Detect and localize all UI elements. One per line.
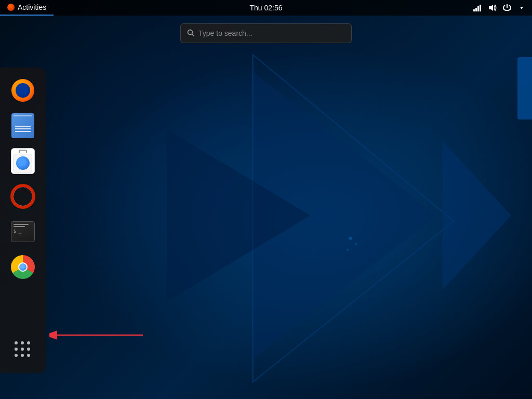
- topbar-clock[interactable]: Thu 02:56: [249, 4, 282, 12]
- grid-dot: [21, 341, 24, 344]
- svg-rect-8: [473, 9, 475, 11]
- svg-rect-11: [480, 5, 481, 11]
- svg-marker-2: [167, 129, 310, 301]
- searchbar-container: Type to search...: [180, 23, 352, 43]
- topbar-right: [472, 2, 532, 14]
- volume-icon[interactable]: [486, 2, 499, 14]
- right-panel: [517, 57, 532, 119]
- dock: $ _: [0, 68, 46, 373]
- files-line-1: [15, 126, 31, 127]
- grid-dot: [27, 341, 30, 344]
- terminal-bar-2: [14, 226, 25, 227]
- arrow-pointer: [49, 322, 153, 348]
- svg-point-5: [347, 249, 349, 251]
- svg-rect-9: [475, 8, 477, 11]
- grid-dot: [27, 348, 30, 351]
- dock-item-terminal[interactable]: $ _: [7, 216, 38, 247]
- svg-marker-1: [253, 72, 437, 358]
- activities-button[interactable]: Activities: [0, 0, 54, 16]
- grid-dot: [21, 354, 24, 357]
- search-icon: [187, 29, 194, 38]
- grid-dot: [27, 354, 30, 357]
- dock-item-firefox[interactable]: [7, 75, 38, 106]
- show-applications-button[interactable]: [7, 337, 38, 363]
- svg-marker-13: [520, 7, 523, 9]
- svg-marker-6: [442, 141, 511, 290]
- grid-dot: [15, 348, 18, 351]
- files-line-2: [15, 128, 31, 129]
- chrome-inner-circle: [18, 262, 28, 272]
- software-icon: [11, 148, 35, 174]
- svg-marker-12: [489, 5, 493, 11]
- terminal-icon: $ _: [11, 221, 35, 242]
- topbar: Activities Thu 02:56: [0, 0, 532, 16]
- activities-label: Activities: [18, 3, 46, 11]
- files-line-3: [15, 131, 31, 132]
- help-icon: [11, 184, 35, 208]
- grid-dot: [15, 354, 18, 357]
- svg-point-3: [349, 237, 352, 241]
- svg-point-14: [188, 30, 193, 34]
- dock-item-software[interactable]: [7, 145, 38, 177]
- search-placeholder: Type to search...: [198, 29, 252, 37]
- activities-icon: [7, 4, 15, 11]
- files-icon: [11, 113, 34, 138]
- svg-point-4: [355, 243, 357, 245]
- grid-dots: [15, 341, 31, 358]
- terminal-bar-1: [14, 224, 29, 225]
- power-dropdown-icon[interactable]: [515, 2, 528, 14]
- dock-item-files[interactable]: [7, 110, 38, 141]
- grid-dot: [15, 341, 18, 344]
- searchbar[interactable]: Type to search...: [180, 23, 352, 43]
- dock-item-help[interactable]: [7, 181, 38, 212]
- power-icon[interactable]: [501, 2, 513, 14]
- svg-line-15: [192, 34, 194, 36]
- software-globe: [16, 156, 30, 170]
- software-handle: [19, 150, 27, 153]
- svg-marker-0: [253, 55, 454, 382]
- svg-rect-10: [477, 6, 479, 11]
- terminal-prompt-text: $ _: [14, 229, 32, 234]
- grid-dot: [21, 348, 24, 351]
- firefox-icon: [11, 79, 34, 102]
- chrome-icon: [11, 255, 35, 279]
- dock-item-chrome[interactable]: [7, 251, 38, 283]
- network-icon[interactable]: [472, 2, 484, 14]
